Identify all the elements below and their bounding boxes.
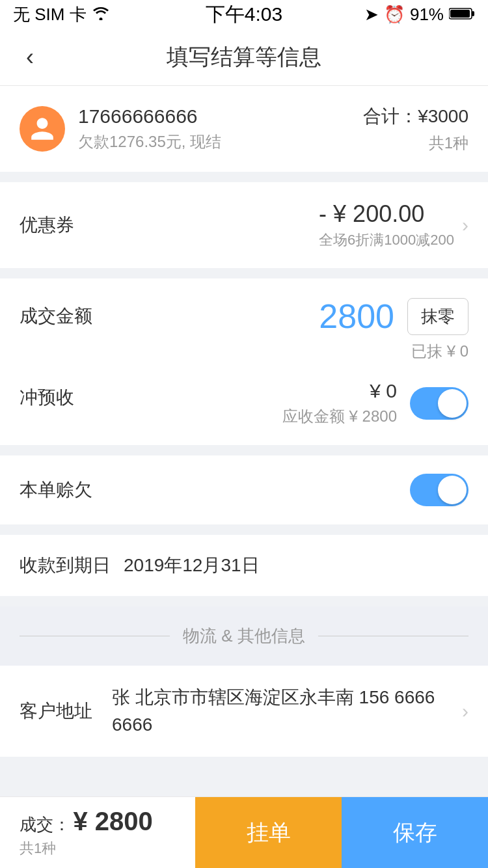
address-row[interactable]: 客户地址 张 北京市市辖区海淀区永丰南 156 6666 6666 › — [0, 666, 488, 757]
address-value: 张 北京市市辖区海淀区永丰南 156 6666 6666 — [112, 684, 462, 739]
footer-count: 共1种 — [20, 839, 176, 858]
location-icon: ➤ — [364, 5, 379, 25]
status-time: 下午4:03 — [206, 1, 282, 28]
prepay-toggle[interactable] — [410, 387, 468, 420]
hold-button[interactable]: 挂单 — [195, 797, 342, 869]
nav-bar: ‹ 填写结算等信息 — [0, 29, 488, 86]
footer: 成交： ¥ 2800 共1种 挂单 保存 — [0, 796, 488, 868]
status-right: ➤ ⏰ 91% — [364, 5, 475, 25]
page-title: 填写结算等信息 — [167, 42, 321, 72]
amount-label: 成交金额 — [20, 304, 92, 329]
sim-status: 无 SIM 卡 — [13, 3, 87, 26]
duedate-value: 2019年12月31日 — [124, 553, 260, 578]
debt-block: 本单赊欠 — [0, 455, 488, 524]
toggle-knob — [438, 389, 467, 418]
footer-deal-price: ¥ 2800 — [73, 807, 152, 835]
duedate-label: 收款到期日 — [20, 553, 111, 578]
alarm-icon: ⏰ — [384, 5, 405, 25]
customer-left: 17666666666 欠款1276.35元, 现结 — [20, 105, 221, 152]
coupon-label: 优惠券 — [20, 213, 74, 237]
amount-right: 2800 抹零 — [319, 297, 468, 336]
customer-total: 合计：¥3000 — [363, 104, 468, 129]
divider-section: 物流 & 其他信息 — [0, 606, 488, 666]
coupon-chevron-icon: › — [462, 214, 468, 236]
prepay-sub: 应收金额 ¥ 2800 — [282, 406, 397, 427]
prepay-label: 冲预收 — [20, 380, 74, 410]
debt-row: 本单赊欠 — [20, 474, 468, 506]
svg-rect-1 — [472, 11, 474, 16]
coupon-right: - ¥ 200.00 全场6折满1000减200 › — [319, 200, 468, 250]
transaction-block: 成交金额 2800 抹零 已抹 ¥ 0 冲预收 ¥ 0 应收金额 ¥ 2800 — [0, 278, 488, 445]
footer-info: 成交： ¥ 2800 共1种 — [0, 807, 195, 858]
main-content: 17666666666 欠款1276.35元, 现结 合计：¥3000 共1种 … — [0, 86, 488, 868]
wifi-icon — [92, 5, 110, 25]
divider-line-right — [318, 636, 468, 636]
customer-debt: 欠款1276.35元, 现结 — [78, 131, 221, 152]
amount-row: 成交金额 2800 抹零 — [20, 297, 468, 336]
status-bar: 无 SIM 卡 下午4:03 ➤ ⏰ 91% — [0, 0, 488, 29]
prepay-right: ¥ 0 应收金额 ¥ 2800 — [282, 380, 468, 427]
prepay-row: 冲预收 ¥ 0 应收金额 ¥ 2800 — [20, 362, 468, 427]
divider-line-left — [20, 636, 170, 636]
prepay-amount: ¥ 0 — [282, 380, 397, 402]
battery-icon — [449, 5, 475, 25]
footer-deal-row: 成交： ¥ 2800 — [20, 807, 176, 836]
customer-right: 合计：¥3000 共1种 — [363, 104, 468, 154]
address-chevron-icon: › — [462, 700, 468, 722]
status-left: 无 SIM 卡 — [13, 3, 110, 26]
customer-phone: 17666666666 — [78, 105, 221, 128]
coupon-detail: 全场6折满1000减200 — [319, 230, 454, 250]
debt-toggle[interactable] — [410, 474, 468, 506]
duedate-row: 收款到期日 2019年12月31日 — [0, 535, 488, 596]
amount-value: 2800 — [319, 297, 394, 336]
svg-rect-2 — [450, 10, 470, 18]
divider-text: 物流 & 其他信息 — [183, 625, 305, 647]
amount-sub: 已抹 ¥ 0 — [20, 341, 468, 362]
footer-deal-label: 成交： — [20, 815, 70, 834]
round-button[interactable]: 抹零 — [407, 298, 468, 335]
address-label: 客户地址 — [20, 699, 92, 724]
customer-card: 17666666666 欠款1276.35元, 现结 合计：¥3000 共1种 — [0, 86, 488, 172]
coupon-row[interactable]: 优惠券 - ¥ 200.00 全场6折满1000减200 › — [0, 182, 488, 268]
coupon-amount: - ¥ 200.00 — [319, 200, 454, 228]
save-button[interactable]: 保存 — [342, 797, 488, 869]
debt-toggle-knob — [438, 476, 467, 504]
avatar — [20, 106, 65, 152]
back-button[interactable]: ‹ — [20, 37, 40, 77]
customer-info: 17666666666 欠款1276.35元, 现结 — [78, 105, 221, 152]
customer-count: 共1种 — [363, 133, 468, 154]
prepay-values: ¥ 0 应收金额 ¥ 2800 — [282, 380, 397, 427]
coupon-info: - ¥ 200.00 全场6折满1000减200 — [319, 200, 454, 250]
debt-label: 本单赊欠 — [20, 478, 92, 502]
battery-text: 91% — [410, 5, 444, 25]
